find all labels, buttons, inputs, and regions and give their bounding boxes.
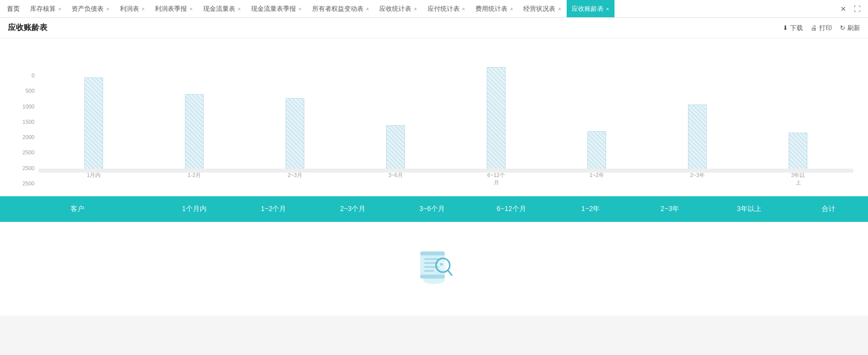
tab-close-btn[interactable]: × — [298, 6, 301, 12]
chart-bar — [386, 125, 405, 169]
chart-bar — [286, 98, 304, 169]
table-header: 客户1个月内1~2个月2~3个月3~6个月6~12个月1~2年2~3年3年以上合… — [0, 196, 868, 222]
chart-y-axis: 2500250025002000150010005000 — [15, 73, 35, 186]
tab-label: 利润表季报 — [155, 4, 187, 13]
tab-close-btn[interactable]: × — [238, 6, 241, 12]
bar-group — [84, 77, 103, 169]
x-axis-label: 1-2月 — [185, 172, 204, 186]
tab-close-btn[interactable]: × — [606, 6, 609, 12]
page-title: 应收账龄表 — [8, 23, 47, 33]
bar-group — [587, 131, 606, 169]
tab-close-btn[interactable]: × — [510, 6, 513, 12]
tab-label: 资产负债表 — [72, 4, 104, 13]
tab-ar-aging[interactable]: 应收账龄表× — [567, 0, 615, 18]
page-header: 应收账龄表 ⬇ 下载 🖨 打印 ↻ 刷新 — [0, 18, 868, 38]
tab-label: 利润表 — [120, 4, 139, 13]
tab-bar: 首页库存核算×资产负债表×利润表×利润表季报×现金流量表×现金流量表季报×所有者… — [0, 0, 868, 18]
main-content: 2500250025002000150010005000 1月内1-2月2~3月… — [0, 38, 868, 316]
tab-close-btn[interactable]: × — [58, 6, 61, 12]
tab-label: 费用统计表 — [475, 4, 507, 13]
download-button[interactable]: ⬇ 下载 — [783, 24, 803, 33]
tab-ar-stats[interactable]: 应收统计表× — [374, 0, 422, 18]
table-header-8: 3年以上 — [710, 205, 789, 213]
chart-bar — [688, 105, 707, 169]
bar-group — [487, 67, 506, 169]
tab-label: 现金流量表 — [203, 4, 235, 13]
tab-profit[interactable]: 利润表× — [115, 0, 150, 18]
x-axis-label: 3年以上 — [789, 172, 807, 186]
chart-bar — [185, 94, 204, 169]
bar-group — [286, 98, 304, 169]
tab-expense-stats[interactable]: 费用统计表× — [470, 0, 518, 18]
chart-area: 2500250025002000150010005000 1月内1-2月2~3月… — [0, 38, 868, 196]
print-button[interactable]: 🖨 打印 — [811, 24, 832, 33]
svg-point-11 — [440, 263, 443, 266]
tab-close-btn[interactable]: × — [189, 6, 192, 12]
maximize-button[interactable]: ⛶ — [851, 3, 863, 15]
tab-bar-actions: ✕ ⛶ — [837, 3, 866, 15]
tab-close-btn[interactable]: × — [366, 6, 369, 12]
tab-label: 所有者权益变动表 — [312, 4, 363, 13]
svg-rect-7 — [424, 270, 434, 272]
bar-group — [688, 105, 707, 169]
tab-equity[interactable]: 所有者权益变动表× — [307, 0, 374, 18]
table-header-3: 2~3个月 — [313, 205, 393, 213]
tab-label: 经营状况表 — [523, 4, 555, 13]
minimize-button[interactable]: ✕ — [837, 3, 849, 15]
svg-line-10 — [448, 270, 452, 275]
tab-ap-stats[interactable]: 应付统计表× — [423, 0, 470, 18]
tab-close-btn[interactable]: × — [462, 6, 465, 12]
table-header-6: 1~2年 — [551, 205, 630, 213]
tab-close-btn[interactable]: × — [558, 6, 561, 12]
tab-cash-flow-quarter[interactable]: 现金流量表季报× — [246, 0, 307, 18]
x-axis-label: 2~3月 — [286, 172, 304, 186]
tab-inventory[interactable]: 库存核算× — [25, 0, 67, 18]
bar-group — [386, 125, 405, 169]
download-icon: ⬇ — [783, 24, 788, 32]
tab-cash-flow[interactable]: 现金流量表× — [198, 0, 246, 18]
tab-label: 库存核算 — [30, 4, 56, 13]
svg-rect-2 — [420, 251, 445, 255]
tab-operations[interactable]: 经营状况表× — [518, 0, 566, 18]
tab-balance-sheet[interactable]: 资产负债表× — [67, 0, 114, 18]
empty-state — [0, 222, 868, 316]
svg-rect-3 — [420, 275, 445, 279]
svg-point-9 — [438, 260, 448, 270]
tab-label: 首页 — [7, 4, 20, 13]
tab-home[interactable]: 首页 — [2, 0, 25, 18]
x-axis-label: 2~3年 — [688, 172, 707, 186]
chart-container: 2500250025002000150010005000 1月内1-2月2~3月… — [15, 48, 853, 186]
refresh-button[interactable]: ↻ 刷新 — [840, 24, 860, 33]
svg-rect-6 — [424, 266, 440, 268]
tab-close-btn[interactable]: × — [142, 6, 145, 12]
tab-profit-quarter[interactable]: 利润表季报× — [150, 0, 198, 18]
x-axis-label: 1~2年 — [587, 172, 606, 186]
y-axis-label: 2500 — [23, 181, 35, 186]
chart-bar — [487, 67, 506, 169]
empty-icon — [409, 242, 459, 286]
table-header-9: 合计 — [789, 205, 868, 213]
table-header-2: 1~2个月 — [234, 205, 313, 213]
bar-group — [789, 133, 807, 169]
y-axis-label: 2500 — [23, 150, 35, 155]
y-axis-label: 2500 — [23, 166, 35, 171]
bar-group — [185, 94, 204, 169]
table-header-0: 客户 — [0, 205, 154, 213]
x-axis-label: 1月内 — [84, 172, 103, 186]
x-axis-label: 6~12个月 — [487, 172, 506, 186]
table-header-1: 1个月内 — [154, 205, 234, 213]
y-axis-label: 500 — [26, 88, 35, 94]
chart-bar — [84, 77, 103, 169]
tab-close-btn[interactable]: × — [414, 6, 417, 12]
tab-close-btn[interactable]: × — [106, 6, 109, 12]
x-axis-label: 3~6月 — [386, 172, 405, 186]
refresh-icon: ↻ — [840, 24, 845, 32]
table-header-4: 3~6个月 — [393, 205, 472, 213]
y-axis-label: 0 — [32, 73, 35, 78]
tab-label: 应收账龄表 — [572, 4, 604, 13]
chart-inner: 1月内1-2月2~3月3~6月6~12个月1~2年2~3年3年以上 — [38, 169, 853, 186]
table-header-5: 6~12个月 — [471, 205, 551, 213]
y-axis-label: 2000 — [23, 135, 35, 140]
y-axis-label: 1000 — [23, 104, 35, 109]
print-icon: 🖨 — [811, 24, 817, 32]
